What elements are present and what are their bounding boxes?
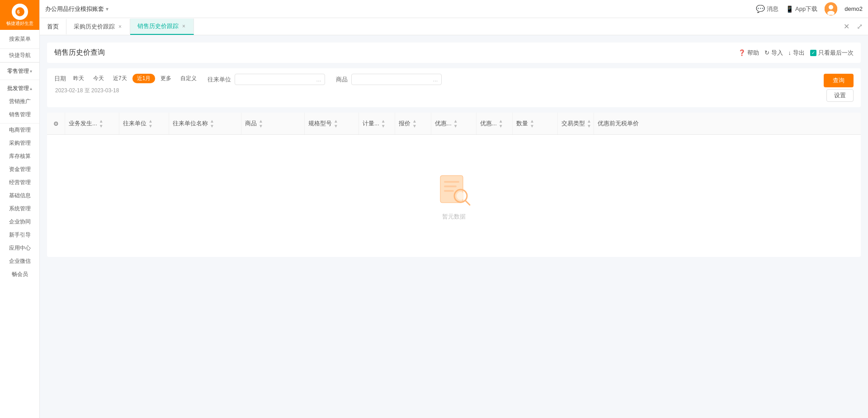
- page-title-actions: ❓ 帮助 ↻ 导入 ↓ 导出 只看最后一次: [738, 49, 854, 57]
- svg-line-10: [465, 200, 470, 205]
- date-option-yesterday[interactable]: 昨天: [70, 74, 88, 83]
- sidebar-item-inventory[interactable]: 库存核算: [0, 150, 39, 163]
- date-range-display: 2023-02-18 至 2023-03-18: [54, 87, 200, 95]
- th-spec: 规格型号 ▲ ▼: [305, 113, 359, 134]
- tab-purchase-history[interactable]: 采购历史价跟踪 ×: [66, 19, 130, 34]
- goods-input-dots: ...: [433, 76, 438, 83]
- sort-partner-name-icon[interactable]: ▲ ▼: [210, 119, 214, 128]
- svg-point-3: [829, 5, 833, 10]
- sort-discount2-icon[interactable]: ▲ ▼: [499, 119, 503, 128]
- retail-management-toggle[interactable]: 零售管理 ▾: [0, 65, 39, 78]
- partner-input[interactable]: ...: [235, 74, 325, 85]
- only-last-checkbox-label[interactable]: 只看最后一次: [810, 49, 854, 57]
- tab-home-label: 首页: [47, 23, 59, 31]
- wholesale-management-label: 批发管理: [7, 85, 29, 92]
- maximize-tab-btn[interactable]: ⤢: [855, 21, 864, 32]
- th-partner-code: 往来单位 ▲ ▼: [119, 113, 169, 134]
- sort-goods-icon[interactable]: ▲ ▼: [259, 119, 263, 128]
- page-title-bar: 销售历史价查询 ❓ 帮助 ↻ 导入 ↓ 导出 只看最后一次: [47, 43, 861, 63]
- sidebar-item-app-center[interactable]: 应用中心: [0, 242, 39, 255]
- logo[interactable]: 6 畅捷通好生意: [0, 0, 39, 30]
- app-download-icon: 📱: [786, 5, 793, 13]
- th-quote: 报价 ▲ ▼: [395, 113, 431, 134]
- tab-purchase-close-icon[interactable]: ×: [118, 24, 123, 30]
- setting-button[interactable]: 设置: [826, 89, 854, 102]
- industry-dropdown-icon[interactable]: ▾: [106, 6, 108, 12]
- logo-text: 畅捷通好生意: [6, 21, 33, 26]
- sidebar-item-operations[interactable]: 经营管理: [0, 176, 39, 189]
- close-tab-btn[interactable]: ✕: [842, 21, 851, 32]
- sort-unit-icon[interactable]: ▲ ▼: [381, 119, 386, 128]
- th-unit: 计量... ▲ ▼: [359, 113, 395, 134]
- sidebar-item-sales[interactable]: 销售管理: [0, 108, 39, 121]
- main-content: 办公用品行业模拟账套 ▾ 💬 消息 📱 App下载: [40, 0, 868, 418]
- search-menu-label[interactable]: 搜索菜单: [3, 33, 37, 45]
- user-name: demo2: [844, 5, 863, 12]
- sidebar-item-basic-info[interactable]: 基础信息: [0, 189, 39, 202]
- th-goods: 商品 ▲ ▼: [241, 113, 305, 134]
- quick-nav-label[interactable]: 快捷导航: [0, 49, 39, 62]
- sort-discount1-icon[interactable]: ▲ ▼: [453, 119, 458, 128]
- date-option-more[interactable]: 更多: [157, 74, 175, 83]
- sidebar-item-finance[interactable]: 资金管理: [0, 163, 39, 176]
- sidebar-search-section: 搜索菜单: [0, 30, 39, 49]
- sidebar-item-enterprise[interactable]: 企业协同: [0, 215, 39, 228]
- help-label: 帮助: [747, 49, 759, 57]
- only-last-label: 只看最后一次: [818, 49, 854, 57]
- svg-rect-6: [444, 181, 459, 183]
- industry-label: 办公用品行业模拟账套: [45, 5, 104, 13]
- th-biz-date: 业务发生... ▲ ▼: [65, 113, 119, 134]
- sidebar-item-system[interactable]: 系统管理: [0, 202, 39, 215]
- filter-date-group: 日期 昨天 今天 近7天 近1月 更多 自定义 2023-02-18 至 202…: [54, 74, 200, 95]
- help-icon: ❓: [738, 49, 745, 56]
- wholesale-management-section: 批发管理 ▴ 营销推广 销售管理: [0, 80, 39, 124]
- message-action[interactable]: 💬 消息: [756, 5, 778, 13]
- app-download-label: App下载: [795, 5, 817, 13]
- sidebar-item-guide[interactable]: 新手引导: [0, 228, 39, 242]
- sort-spec-icon[interactable]: ▲ ▼: [334, 119, 338, 128]
- export-label: 导出: [793, 49, 805, 57]
- sidebar-item-marketing[interactable]: 营销推广: [0, 95, 39, 108]
- wholesale-management-toggle[interactable]: 批发管理 ▴: [0, 82, 39, 95]
- sidebar-item-ecommerce[interactable]: 电商管理: [0, 124, 39, 137]
- avatar-image: [825, 2, 837, 16]
- tabs-end-controls: ✕ ⤢: [842, 21, 868, 32]
- app-download-action[interactable]: 📱 App下载: [786, 5, 817, 13]
- date-option-7days[interactable]: 近7天: [109, 74, 131, 83]
- th-spec-label: 规格型号: [308, 119, 332, 128]
- date-option-custom[interactable]: 自定义: [177, 74, 200, 83]
- settings-icon[interactable]: ⚙: [51, 117, 61, 130]
- th-unit-label: 计量...: [363, 119, 379, 128]
- sidebar-item-wechat[interactable]: 企业微信: [0, 255, 39, 268]
- import-icon: ↻: [764, 49, 769, 56]
- sidebar-item-membership[interactable]: 畅会员: [0, 268, 39, 281]
- partner-input-dots: ...: [316, 76, 321, 83]
- tab-sales-history[interactable]: 销售历史价跟踪 ×: [130, 19, 194, 35]
- empty-state: 暂元数据: [47, 135, 861, 257]
- th-goods-label: 商品: [245, 119, 257, 128]
- th-settings: ⚙: [47, 113, 65, 134]
- sidebar-modules: 电商管理 采购管理 库存核算 资金管理 经营管理 基础信息 系统管理 企业协同 …: [0, 124, 39, 418]
- only-last-checkbox[interactable]: [810, 50, 816, 56]
- sort-partner-code-icon[interactable]: ▲ ▼: [148, 119, 153, 128]
- sidebar-item-purchase[interactable]: 采购管理: [0, 137, 39, 150]
- sort-trade-type-icon[interactable]: ▲ ▼: [587, 119, 591, 128]
- sort-qty-icon[interactable]: ▲ ▼: [530, 119, 534, 128]
- tab-sales-close-icon[interactable]: ×: [181, 23, 186, 29]
- goods-filter-item: 商品 ...: [336, 74, 442, 85]
- table-header: ⚙ 业务发生... ▲ ▼ 往来单位 ▲ ▼ 往: [47, 113, 861, 135]
- export-icon: ↓: [788, 49, 792, 56]
- date-option-today[interactable]: 今天: [90, 74, 108, 83]
- import-btn[interactable]: ↻ 导入: [764, 49, 783, 57]
- filter-actions: 查询 设置: [824, 74, 854, 102]
- sort-biz-date-icon[interactable]: ▲ ▼: [99, 119, 104, 128]
- query-button[interactable]: 查询: [824, 74, 854, 87]
- tab-home[interactable]: 首页: [40, 19, 66, 34]
- page-title: 销售历史价查询: [54, 48, 105, 57]
- help-btn[interactable]: ❓ 帮助: [738, 49, 759, 57]
- date-option-1month[interactable]: 近1月: [132, 74, 156, 83]
- avatar[interactable]: [825, 3, 837, 15]
- export-btn[interactable]: ↓ 导出: [788, 49, 805, 57]
- goods-input[interactable]: ...: [351, 74, 442, 85]
- sort-quote-icon[interactable]: ▲ ▼: [412, 119, 417, 128]
